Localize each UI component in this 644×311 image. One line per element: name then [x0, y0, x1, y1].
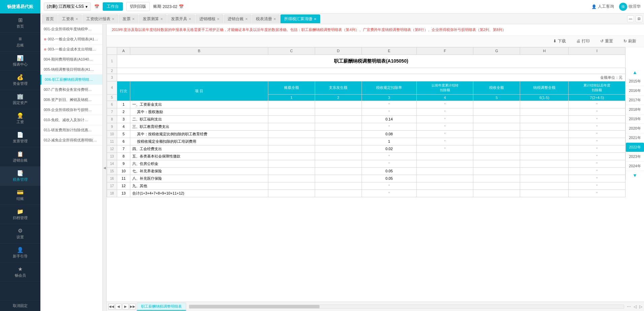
- back-button[interactable]: 切到旧版: [126, 2, 150, 11]
- cell-18-c[interactable]: [268, 189, 315, 197]
- cell-17-c[interactable]: [268, 182, 315, 189]
- sidebar-unpin[interactable]: 取消固定: [0, 300, 40, 311]
- cell-13-d[interactable]: [315, 152, 362, 160]
- cell-6-i[interactable]: *: [569, 101, 625, 108]
- form-001[interactable]: 001-企业所得税年度纳税申…: [40, 24, 102, 34]
- sidebar-item-invoice[interactable]: 📄 发票管理: [0, 128, 40, 147]
- cell-16-e[interactable]: 0.05: [362, 175, 416, 182]
- support-button[interactable]: 👤 人工客询: [591, 4, 614, 9]
- cell-9-g[interactable]: [473, 123, 520, 130]
- cell-6-label[interactable]: 一、工资薪金支出: [130, 101, 268, 108]
- cell-18-d[interactable]: [315, 189, 362, 197]
- cell-14-seq[interactable]: 9: [117, 160, 130, 167]
- workspace-button[interactable]: 工作台: [103, 2, 123, 11]
- cell-12-label[interactable]: 四、工会经费支出: [130, 145, 268, 152]
- cell-14-e[interactable]: *: [362, 160, 416, 167]
- cell-9-h[interactable]: [520, 123, 569, 130]
- tab-minimize-button[interactable]: —: [627, 15, 634, 22]
- cell-18-i[interactable]: *: [569, 189, 625, 197]
- cell-10-d[interactable]: [315, 130, 362, 138]
- cell-14-g[interactable]: [473, 160, 520, 167]
- year-2018[interactable]: 2018年: [626, 105, 644, 114]
- cell-16-label[interactable]: 八、补充医疗保险: [130, 175, 268, 182]
- cell-16-i[interactable]: *: [569, 175, 625, 182]
- cell-6-h[interactable]: [520, 101, 569, 108]
- form-005[interactable]: 005-纳税调整项目明细表(A1…: [40, 65, 102, 75]
- form-004[interactable]: 004-期间费用明细表(A1040…: [40, 55, 102, 65]
- bottom-tab-active[interactable]: 职工薪酬纳税调整明细表: [137, 303, 186, 311]
- cell-9-i[interactable]: *: [569, 123, 625, 130]
- cell-7-d[interactable]: [315, 108, 362, 115]
- print-button[interactable]: 🖨 打印: [574, 37, 592, 45]
- cell-14-label[interactable]: 六、住房公积金: [130, 160, 268, 167]
- cell-13-seq[interactable]: 8: [117, 152, 130, 160]
- form-007[interactable]: 007-广告费和业务宣传费明…: [40, 85, 102, 95]
- nav-right-icon[interactable]: ▷: [639, 304, 642, 309]
- cell-13-g[interactable]: [473, 152, 520, 160]
- cell-17-label[interactable]: 九、其他: [130, 182, 268, 189]
- cell-12-h[interactable]: [520, 145, 569, 152]
- year-2017[interactable]: 2017年: [626, 96, 644, 105]
- tab-payroll[interactable]: 工资表 ✕: [58, 14, 82, 23]
- cell-10-f[interactable]: *: [416, 130, 473, 138]
- cell-6-c[interactable]: [268, 101, 315, 108]
- sidebar-item-assets[interactable]: 🏢 固定资产: [0, 90, 40, 109]
- cell-8-seq[interactable]: 3: [117, 115, 130, 123]
- cell-10-g[interactable]: [473, 130, 520, 138]
- tab-invoice-issue-close[interactable]: ✕: [189, 17, 191, 21]
- cell-16-seq[interactable]: 11: [117, 175, 130, 182]
- cell-15-f[interactable]: [416, 167, 473, 175]
- form-009[interactable]: 009-企业所得税弥补亏损明…: [40, 105, 102, 115]
- sidebar-item-archive[interactable]: 📁 归档管理: [0, 205, 40, 224]
- tab-sales-ledger-close[interactable]: ✕: [245, 17, 248, 21]
- year-2016[interactable]: 2016年: [626, 86, 644, 96]
- cell-7-e[interactable]: *: [362, 108, 416, 115]
- cell-11-c[interactable]: [268, 138, 315, 145]
- cell-14-h[interactable]: [520, 160, 569, 167]
- form-008[interactable]: 008-资产折旧、摊销及纳税…: [40, 95, 102, 105]
- cell-18-f[interactable]: [416, 189, 473, 197]
- cell-15-d[interactable]: [315, 167, 362, 175]
- cell-12-f[interactable]: *: [416, 145, 473, 152]
- cell-15-h[interactable]: [520, 167, 569, 175]
- cell-9-label[interactable]: 三、职工教育经费支出: [130, 123, 268, 130]
- tab-tax-book-close[interactable]: ✕: [273, 17, 276, 21]
- cell-13-e[interactable]: *: [362, 152, 416, 160]
- cell-18-h[interactable]: [520, 189, 569, 197]
- cell-15-c[interactable]: [268, 167, 315, 175]
- sidebar-item-tax[interactable]: 📑 税务管理: [0, 167, 40, 186]
- cell-8-f[interactable]: *: [416, 115, 473, 123]
- year-2019[interactable]: 2019年: [626, 114, 644, 124]
- cell-14-f[interactable]: [416, 160, 473, 167]
- tab-invoice-calc-close[interactable]: ✕: [160, 17, 163, 21]
- cell-8-c[interactable]: [268, 115, 315, 123]
- tab-payroll-close[interactable]: ✕: [75, 17, 78, 21]
- form-003[interactable]: ⊗ 003-一般企业成本支出明细…: [40, 44, 102, 55]
- tab-invoice-issue[interactable]: 发票开具 ✕: [167, 14, 195, 23]
- cell-11-g[interactable]: [473, 138, 520, 145]
- cell-8-label[interactable]: 二、职工福利支出: [130, 115, 268, 123]
- scroll-next-btn[interactable]: ▶: [123, 304, 129, 310]
- cell-13-i[interactable]: *: [569, 152, 625, 160]
- cell-7-seq[interactable]: 2: [117, 108, 130, 115]
- year-2023[interactable]: 2023年: [626, 152, 644, 162]
- cell-12-i[interactable]: *: [569, 145, 625, 152]
- sidebar-item-payroll[interactable]: 👷 工资: [0, 109, 40, 128]
- cell-16-d[interactable]: [315, 175, 362, 182]
- cell-11-f[interactable]: *: [416, 138, 473, 145]
- tab-sales-ledger[interactable]: 进销台账 ✕: [224, 14, 251, 23]
- spreadsheet-wrapper[interactable]: A B C D E F G H I: [107, 47, 625, 302]
- cell-6-d[interactable]: [315, 101, 362, 108]
- more-icon[interactable]: ⋯: [627, 304, 631, 309]
- cell-7-label[interactable]: 其中：股权激励: [130, 108, 268, 115]
- cell-15-i[interactable]: *: [569, 167, 625, 175]
- cell-15-g[interactable]: [473, 167, 520, 175]
- sidebar-item-member[interactable]: ★ 畅会员: [0, 263, 40, 282]
- tab-maximize-button[interactable]: ⊡: [636, 15, 642, 22]
- cell-17-g[interactable]: [473, 182, 520, 189]
- cell-16-c[interactable]: [268, 175, 315, 182]
- cell-15-e[interactable]: 0.05: [362, 167, 416, 175]
- cell-8-d[interactable]: [315, 115, 362, 123]
- cell-15-seq[interactable]: 10: [117, 167, 130, 175]
- cell-7-i[interactable]: *: [569, 108, 625, 115]
